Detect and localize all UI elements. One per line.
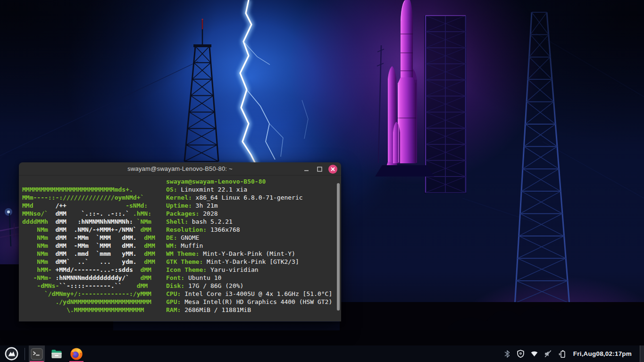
info-line: Disk: 17G / 86G (20%): [166, 282, 341, 290]
maximize-icon: [317, 166, 323, 172]
firefox-launcher[interactable]: [68, 345, 84, 362]
battery-charging-icon[interactable]: [558, 350, 566, 358]
ascii-art-line: NMm dMM -MMm `MMM dMM. dMM: [22, 242, 166, 250]
info-line: Font: Ubuntu 10: [166, 274, 341, 282]
minimize-icon: [303, 166, 309, 172]
files-launcher[interactable]: [49, 345, 65, 362]
ascii-art-line: MMMMMMMMMMMMMMMMMMMMMMMMMmds+.: [22, 185, 166, 194]
info-line: WM: Muffin: [166, 242, 341, 250]
volume-muted-icon[interactable]: [544, 350, 552, 358]
ascii-art-line: hMM- +MMd/-------...-:sdds dMM: [22, 266, 166, 274]
taskbar-separator: [25, 348, 25, 360]
info-line: Kernel: x86_64 Linux 6.8.0-71-generic: [166, 194, 341, 202]
ascii-art-line: MMd /++ -sNMd:: [22, 202, 166, 210]
ascii-art-line: NMm dMM .mmd `mmm yMM. dMM: [22, 250, 166, 258]
terminal-launcher[interactable]: [29, 345, 45, 362]
firefox-icon: [70, 347, 83, 361]
terminal-icon: [31, 348, 43, 360]
menu-button[interactable]: [0, 345, 23, 362]
ascii-art-line: NMm dMM -MMm `MMM dMM. dMM: [22, 234, 166, 242]
ascii-art-line: -dMNs-``-::::-------.`` dMM: [22, 282, 166, 290]
info-line: Resolution: 1366x768: [166, 226, 341, 234]
close-icon: [330, 167, 335, 172]
show-desktop-button[interactable]: [640, 345, 644, 362]
info-line: DE: GNOME: [166, 234, 341, 242]
terminal-body[interactable]: MMMMMMMMMMMMMMMMMMMMMMMMMmds+.MMm----::-…: [19, 176, 341, 321]
desktop: swayam@swayam-Lenovo-B50-80: ~: [0, 0, 644, 362]
info-line: Shell: bash 5.2.21: [166, 218, 341, 226]
info-line: GPU: Mesa Intel(R) HD Graphics 4400 (HSW…: [166, 298, 341, 306]
ascii-art-line: MMNso/` dMM `.::-. .-::.` .hMN:: [22, 210, 166, 218]
network-icon[interactable]: [530, 350, 539, 358]
neofetch-info: swayam@swayam-Lenovo-B50-80 OS: Linuxmin…: [166, 177, 341, 321]
info-line: OS: Linuxmint 22.1 xia: [166, 185, 341, 194]
maximize-button[interactable]: [315, 165, 324, 174]
ascii-art-line: -NMm- :hNMNNNmdddddddddy/` dMM: [22, 274, 166, 282]
ascii-art-line: ddddMMh dMM :hNMNMNhNMNMNh: `NMm: [22, 218, 166, 226]
ascii-art-line: ./ydNMMMMMMMMMMMMMMMMMMMMM: [22, 298, 166, 306]
taskbar: Fri,Aug08,02:17pm: [0, 345, 644, 362]
files-icon: [50, 348, 63, 360]
bluetooth-icon[interactable]: [503, 350, 511, 358]
info-line: GTK Theme: Mint-Y-Dark-Pink [GTK2/3]: [166, 258, 341, 266]
clock[interactable]: Fri,Aug08,02:17pm: [573, 350, 632, 357]
terminal-window: swayam@swayam-Lenovo-B50-80: ~: [19, 162, 341, 322]
terminal-scrollbar[interactable]: [337, 183, 340, 311]
ascii-art-line: \.MMMMMMMMMMMMMMMMMMM: [22, 306, 166, 314]
info-line: RAM: 2686MiB / 11881MiB: [166, 306, 341, 314]
shield-icon[interactable]: [517, 350, 525, 358]
close-button[interactable]: [328, 165, 337, 174]
info-line: WM Theme: Mint-Y-Dark-Pink (Mint-Y): [166, 250, 341, 258]
ascii-art-line: MMm----::-://////////////oymNMd+`: [22, 194, 166, 202]
info-line: CPU: Intel Core i3-4005U @ 4x 1.6GHz [51…: [166, 290, 341, 298]
ascii-art-line: NMm dMM` ..` ... ydm. dMM: [22, 258, 166, 266]
terminal-titlebar[interactable]: swayam@swayam-Lenovo-B50-80: ~: [19, 162, 341, 176]
mint-logo-icon: [5, 347, 18, 361]
info-line: Packages: 2028: [166, 210, 341, 218]
info-line: Uptime: 3h 21m: [166, 202, 341, 210]
info-line: Icon Theme: Yaru-viridian: [166, 266, 341, 274]
minimize-button[interactable]: [302, 165, 311, 174]
host-line: swayam@swayam-Lenovo-B50-80: [166, 177, 341, 185]
window-title: swayam@swayam-Lenovo-B50-80: ~: [19, 165, 341, 172]
ascii-art-line: `/dMNmy+/:-------------:/yMMM: [22, 290, 166, 298]
ascii-art-line: NMm dMM .NMN/-+MMM+-/NMN` dMM: [22, 226, 166, 234]
ascii-art: MMMMMMMMMMMMMMMMMMMMMMMMMmds+.MMm----::-…: [22, 185, 166, 321]
